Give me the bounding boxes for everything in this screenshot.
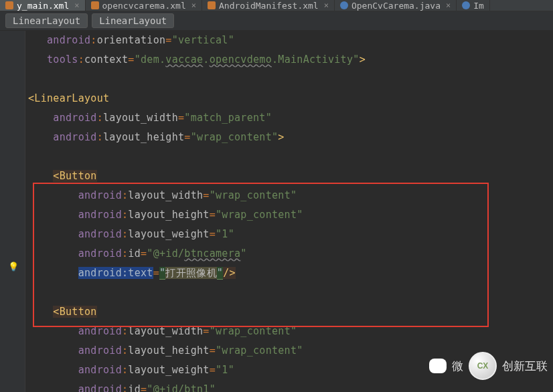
breadcrumb-item[interactable]: LinearLayout: [5, 13, 88, 28]
tab-androidmanifest[interactable]: AndroidManifest.xml ×: [202, 0, 335, 11]
tab-label: Im: [473, 1, 484, 11]
wechat-icon: [429, 359, 447, 373]
breadcrumb-bar: LinearLayout LinearLayout: [0, 11, 553, 31]
close-icon[interactable]: ×: [446, 1, 451, 10]
watermark-text: 创新互联: [502, 359, 548, 374]
tab-opencvcarema-xml[interactable]: opencvcarema.xml ×: [86, 0, 202, 11]
xml-file-icon: [91, 1, 99, 9]
tab-label: AndroidManifest.xml: [219, 1, 319, 11]
tab-label: opencvcarema.xml: [102, 1, 186, 11]
java-file-icon: [462, 1, 470, 9]
code-line: <LinearLayout: [28, 89, 553, 108]
code-editor[interactable]: 💡 android:orientation="vertical" tools:c…: [0, 31, 553, 392]
code-line: android:layout_weight="1": [28, 225, 553, 244]
code-line: <Button: [28, 167, 553, 186]
breadcrumb-item[interactable]: LinearLayout: [92, 13, 174, 28]
code-line: [28, 147, 553, 167]
editor-tabs: y_main.xml × opencvcarema.xml × AndroidM…: [0, 0, 553, 11]
xml-file-icon: [5, 1, 13, 9]
code-line: android:id="@+id/btncamera": [28, 244, 553, 264]
watermark: 微 CX 创新互联: [429, 352, 548, 380]
code-line: android:layout_width="match_parent": [28, 108, 553, 128]
code-line: android:text="打开照像机"/>: [28, 264, 553, 283]
tab-main-xml[interactable]: y_main.xml ×: [0, 0, 86, 11]
code-line: android:layout_height="wrap_content">: [28, 128, 553, 147]
close-icon[interactable]: ×: [324, 1, 329, 10]
code-line: [28, 283, 553, 302]
code-line: [28, 70, 553, 89]
code-line: <Button: [28, 302, 553, 322]
intention-bulb-icon[interactable]: 💡: [8, 262, 17, 272]
code-line: tools:context="dem.vaccae.opencvdemo.Mai…: [28, 50, 553, 70]
code-line: android:orientation="vertical": [28, 31, 553, 50]
code-line: android:id="@+id/btn1": [28, 380, 553, 392]
tab-label: OpenCvCarema.java: [351, 1, 441, 11]
tab-label: y_main.xml: [17, 1, 69, 11]
close-icon[interactable]: ×: [191, 1, 196, 10]
tab-opencvcarema-java[interactable]: OpenCvCarema.java ×: [335, 0, 457, 11]
code-line: android:layout_width="wrap_content": [28, 322, 553, 341]
code-line: android:layout_width="wrap_content": [28, 186, 553, 205]
xml-file-icon: [208, 1, 216, 9]
java-file-icon: [340, 1, 348, 9]
editor-gutter: 💡: [0, 31, 25, 392]
brand-badge: CX: [469, 352, 497, 380]
close-icon[interactable]: ×: [74, 1, 79, 10]
watermark-wx: 微: [452, 359, 463, 374]
code-line: android:layout_height="wrap_content": [28, 205, 553, 225]
tab-im[interactable]: Im: [457, 0, 490, 11]
